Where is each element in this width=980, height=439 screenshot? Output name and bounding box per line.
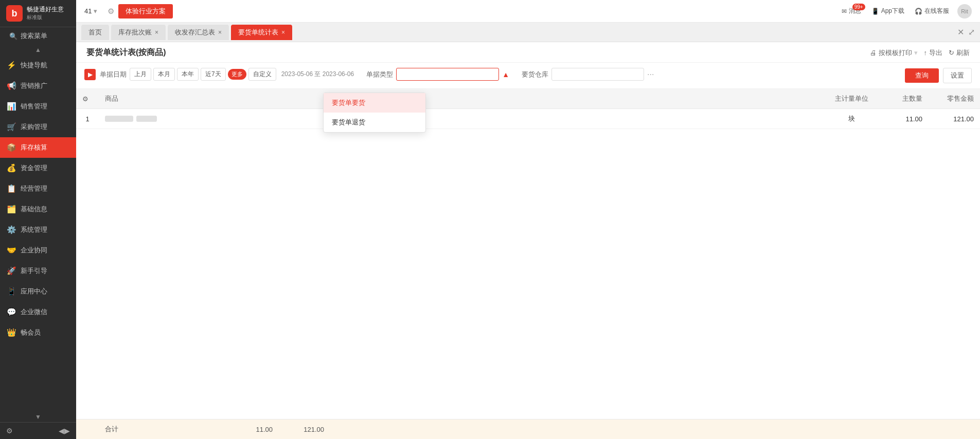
topbar-account[interactable]: 41 ▾ <box>84 7 99 15</box>
sidebar-item-wechat[interactable]: 💬 企业微信 <box>0 302 76 322</box>
table-row: 1 块 11.00 121.00 <box>76 109 980 129</box>
inventory-icon: 📦 <box>6 142 16 153</box>
more-btn[interactable]: 更多 <box>228 69 246 80</box>
custom-btn[interactable]: 自定义 <box>248 68 276 81</box>
phone-icon: 📱 <box>871 8 879 15</box>
placeholder-bar <box>105 116 133 122</box>
app-download-btn[interactable]: 📱 App下载 <box>869 7 904 15</box>
row-no: 1 <box>76 109 99 129</box>
chevron-up-icon[interactable]: ▲ <box>502 70 509 79</box>
sidebar-item-appstore[interactable]: 📱 应用中心 <box>0 281 76 302</box>
sidebar-item-operations[interactable]: 📋 经营管理 <box>0 178 76 199</box>
sidebar-item-sales[interactable]: 📊 销售管理 <box>0 96 76 117</box>
operations-icon: 📋 <box>6 184 16 194</box>
print-btn[interactable]: 🖨 按模板打印 ▾ <box>870 48 918 58</box>
sidebar-item-label: 营销推广 <box>21 81 47 90</box>
tab-order-stats-label: 要货单统计表 <box>238 28 278 37</box>
logo-name: 畅捷通好生意 <box>27 6 64 14</box>
tab-close-icon[interactable]: × <box>155 29 158 36</box>
dropdown-item-order-return[interactable]: 要货单退货 <box>324 113 425 132</box>
footer-label: 合计 <box>99 425 176 434</box>
export-btn[interactable]: ↑ 导出 <box>924 48 943 58</box>
sidebar-footer: ⚙ ◀▶ <box>0 422 76 439</box>
quick-nav-icon: ⚡ <box>6 60 16 70</box>
col-qty-header: 主数量 <box>877 89 929 109</box>
page-header: 要货单统计表(按商品) 🖨 按模板打印 ▾ ↑ 导出 ↻ 刷新 <box>76 42 980 63</box>
tab-close-icon[interactable]: × <box>218 29 222 36</box>
table-area: ⚙ 商品 主计量单位 主数量 零售金额 <box>76 89 980 419</box>
sidebar-item-label: 应用中心 <box>21 287 47 296</box>
refresh-label: 刷新 <box>956 48 970 58</box>
warehouse-input[interactable] <box>551 68 644 81</box>
member-icon: 👑 <box>6 327 16 338</box>
last-month-btn[interactable]: 上月 <box>130 68 151 81</box>
export-label: 导出 <box>929 48 942 58</box>
sidebar-item-basic[interactable]: 🗂️ 基础信息 <box>0 199 76 220</box>
guide-icon: 🚀 <box>6 266 16 276</box>
sales-icon: 📊 <box>6 101 16 112</box>
date-range: 2023-05-06 至 2023-06-06 <box>281 70 354 79</box>
sidebar-item-member[interactable]: 👑 畅会员 <box>0 322 76 343</box>
type-dropdown: 要货单要货 要货单退货 <box>323 93 426 133</box>
tab-inventory-batch-label: 库存批次账 <box>118 28 152 37</box>
sidebar-scroll-down[interactable]: ▼ <box>0 412 76 422</box>
online-service-btn[interactable]: 🎧 在线客服 <box>913 7 949 15</box>
tab-home[interactable]: 首页 <box>81 25 109 40</box>
sidebar-item-inventory[interactable]: 📦 库存核算 <box>0 137 76 158</box>
date-filter-group: 单据日期 上月 本月 本年 近7天 更多 自定义 2023-05-06 至 20… <box>100 68 354 81</box>
more-icon[interactable]: ··· <box>647 70 654 79</box>
sidebar-item-quick-nav[interactable]: ⚡ 快捷导航 <box>0 55 76 76</box>
col-settings[interactable]: ⚙ <box>76 89 99 109</box>
filter-expand-btn[interactable]: ▶ <box>84 69 96 80</box>
trial-btn[interactable]: 体验行业方案 <box>118 4 173 19</box>
type-label: 单据类型 <box>366 70 393 79</box>
fullscreen-btn[interactable]: ⤢ <box>968 27 975 37</box>
sidebar-item-label: 采购管理 <box>21 122 47 132</box>
logo-sub: 标准版 <box>27 14 64 21</box>
setting-btn[interactable]: 设置 <box>943 68 972 83</box>
search-menu[interactable]: 🔍 搜索菜单 <box>0 27 76 45</box>
sidebar-item-enterprise[interactable]: 🤝 企业协同 <box>0 240 76 261</box>
sidebar-item-system[interactable]: ⚙️ 系统管理 <box>0 220 76 240</box>
messages-btn[interactable]: ✉ 消息 99+ <box>842 7 861 15</box>
sidebar-item-label: 经营管理 <box>21 184 47 193</box>
date-label: 单据日期 <box>100 70 127 79</box>
tab-send-receive-label: 收发存汇总表 <box>175 28 215 37</box>
col-amount-header: 零售金额 <box>929 89 980 109</box>
tab-close-icon[interactable]: × <box>281 29 285 36</box>
tab-send-receive[interactable]: 收发存汇总表 × <box>168 25 229 40</box>
this-month-btn[interactable]: 本月 <box>153 68 175 81</box>
dropdown-item-order-goods[interactable]: 要货单要货 <box>324 93 425 113</box>
sidebar-item-label: 企业微信 <box>21 307 47 317</box>
export-icon: ↑ <box>924 49 928 57</box>
sidebar-item-finance[interactable]: 💰 资金管理 <box>0 158 76 178</box>
sidebar-collapse-btn[interactable]: ◀▶ <box>59 427 70 435</box>
sidebar-item-purchase[interactable]: 🛒 采购管理 <box>0 117 76 137</box>
last-7-days-btn[interactable]: 近7天 <box>201 68 226 81</box>
type-input[interactable] <box>396 68 499 81</box>
warehouse-filter-group: 要货仓库 ··· <box>522 68 654 81</box>
row-product <box>99 109 826 129</box>
tab-home-label: 首页 <box>88 28 102 37</box>
wechat-icon: 💬 <box>6 307 16 317</box>
this-year-btn[interactable]: 本年 <box>177 68 199 81</box>
close-all-btn[interactable]: ✕ <box>957 27 964 37</box>
product-placeholder <box>105 116 819 122</box>
sidebar-item-guide[interactable]: 🚀 新手引导 <box>0 261 76 281</box>
dropdown-item-label: 要货单要货 <box>332 99 365 106</box>
footer-amount: 121.00 <box>279 426 330 433</box>
marketing-icon: 📢 <box>6 81 16 91</box>
settings-icon[interactable]: ⚙ <box>108 7 114 16</box>
sidebar-settings-btn[interactable]: ⚙ <box>6 427 13 435</box>
sidebar-item-marketing[interactable]: 📢 营销推广 <box>0 76 76 96</box>
query-btn[interactable]: 查询 <box>905 68 939 83</box>
sidebar-nav: ⚡ 快捷导航 📢 营销推广 📊 销售管理 🛒 采购管理 📦 库存核算 💰 资金管… <box>0 55 76 412</box>
tab-order-stats[interactable]: 要货单统计表 × <box>231 25 292 40</box>
enterprise-icon: 🤝 <box>6 245 16 255</box>
filter-bar: ▶ 单据日期 上月 本月 本年 近7天 更多 自定义 2023-05-06 至 … <box>76 63 980 89</box>
refresh-btn[interactable]: ↻ 刷新 <box>949 48 970 58</box>
tab-inventory-batch[interactable]: 库存批次账 × <box>111 25 166 40</box>
app-download-label: App下载 <box>881 7 904 15</box>
avatar[interactable]: Rit <box>957 4 972 19</box>
sidebar-scroll-up[interactable]: ▲ <box>0 45 76 55</box>
